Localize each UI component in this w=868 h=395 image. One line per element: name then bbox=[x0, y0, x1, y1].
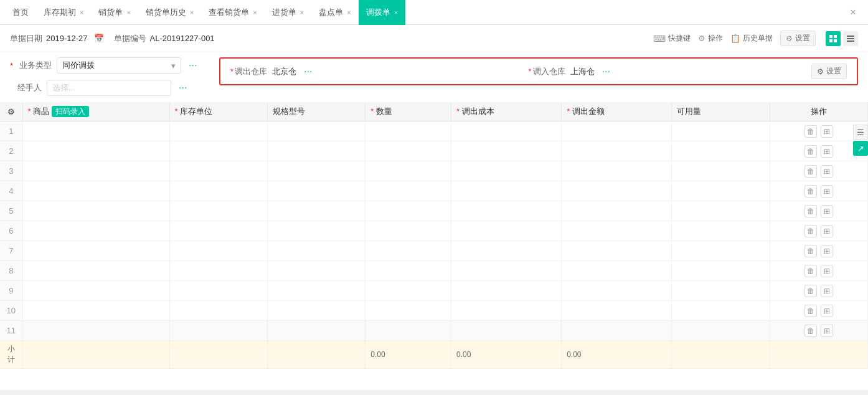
cell-qty[interactable] bbox=[366, 161, 451, 181]
cell-available[interactable] bbox=[672, 301, 770, 321]
cell-qty[interactable] bbox=[366, 201, 451, 221]
cell-amount[interactable] bbox=[562, 241, 672, 261]
tab-close-inventory-init[interactable]: × bbox=[80, 9, 83, 16]
delete-row-button[interactable]: 🗑 bbox=[804, 145, 817, 158]
cell-product[interactable] bbox=[22, 161, 169, 181]
history-button[interactable]: 📋 历史单据 bbox=[730, 33, 773, 44]
settings-button[interactable]: ⚙ 设置 bbox=[780, 31, 816, 46]
delete-row-button[interactable]: 🗑 bbox=[804, 265, 817, 277]
in-warehouse-more-btn[interactable]: ··· bbox=[602, 66, 610, 77]
horizontal-scrollbar[interactable] bbox=[0, 390, 868, 395]
delete-row-button[interactable]: 🗑 bbox=[804, 305, 817, 317]
cell-product[interactable] bbox=[22, 121, 169, 141]
cell-cost[interactable] bbox=[451, 121, 562, 141]
delete-row-button[interactable]: 🗑 bbox=[804, 165, 817, 178]
copy-row-button[interactable]: ⊞ bbox=[821, 225, 833, 237]
cell-product[interactable] bbox=[22, 261, 169, 281]
copy-row-button[interactable]: ⊞ bbox=[821, 265, 833, 277]
copy-row-button[interactable]: ⊞ bbox=[821, 125, 833, 138]
cell-unit[interactable] bbox=[169, 201, 267, 221]
cell-unit[interactable] bbox=[169, 161, 267, 181]
operation-button[interactable]: ⚙ 操作 bbox=[698, 33, 723, 44]
cell-spec[interactable] bbox=[267, 121, 365, 141]
cell-unit[interactable] bbox=[169, 121, 267, 141]
cell-qty[interactable] bbox=[366, 261, 451, 281]
cell-amount[interactable] bbox=[562, 141, 672, 161]
tab-sales-order[interactable]: 销货单 × bbox=[91, 0, 138, 25]
cell-spec[interactable] bbox=[267, 321, 365, 341]
cell-qty[interactable] bbox=[366, 241, 451, 261]
delete-row-button[interactable]: 🗑 bbox=[804, 205, 817, 217]
cell-cost[interactable] bbox=[451, 241, 562, 261]
cell-spec[interactable] bbox=[267, 241, 365, 261]
cell-unit[interactable] bbox=[169, 261, 267, 281]
cell-product[interactable] bbox=[22, 241, 169, 261]
cell-cost[interactable] bbox=[451, 261, 562, 281]
side-list-btn[interactable]: ☰ bbox=[853, 125, 868, 140]
cell-unit[interactable] bbox=[169, 281, 267, 301]
copy-row-button[interactable]: ⊞ bbox=[821, 145, 833, 158]
business-type-more-btn[interactable]: ··· bbox=[189, 60, 197, 71]
copy-row-button[interactable]: ⊞ bbox=[821, 205, 833, 217]
copy-row-button[interactable]: ⊞ bbox=[821, 305, 833, 317]
cell-available[interactable] bbox=[672, 221, 770, 241]
cell-unit[interactable] bbox=[169, 181, 267, 201]
cell-spec[interactable] bbox=[267, 161, 365, 181]
cell-product[interactable] bbox=[22, 321, 169, 341]
cell-available[interactable] bbox=[672, 241, 770, 261]
cell-amount[interactable] bbox=[562, 281, 672, 301]
copy-row-button[interactable]: ⊞ bbox=[821, 325, 833, 337]
side-expand-btn[interactable]: ↗ bbox=[853, 141, 868, 156]
cell-amount[interactable] bbox=[562, 201, 672, 221]
cell-product[interactable] bbox=[22, 221, 169, 241]
cell-product[interactable] bbox=[22, 181, 169, 201]
cell-cost[interactable] bbox=[451, 281, 562, 301]
window-close-button[interactable]: × bbox=[843, 2, 863, 22]
cell-spec[interactable] bbox=[267, 301, 365, 321]
tab-purchase[interactable]: 进货单 × bbox=[265, 0, 311, 25]
tab-view-sales[interactable]: 查看销货单 × bbox=[201, 0, 264, 25]
delete-row-button[interactable]: 🗑 bbox=[804, 125, 817, 138]
cell-qty[interactable] bbox=[366, 321, 451, 341]
layout-btn-2[interactable] bbox=[843, 31, 858, 46]
cell-spec[interactable] bbox=[267, 181, 365, 201]
cell-qty[interactable] bbox=[366, 221, 451, 241]
cell-available[interactable] bbox=[672, 201, 770, 221]
operator-select[interactable]: 选择... bbox=[47, 80, 171, 96]
cell-amount[interactable] bbox=[562, 261, 672, 281]
cell-available[interactable] bbox=[672, 161, 770, 181]
tab-inventory-init[interactable]: 库存期初 × bbox=[36, 0, 91, 25]
cell-cost[interactable] bbox=[451, 301, 562, 321]
cell-product[interactable] bbox=[22, 201, 169, 221]
cell-qty[interactable] bbox=[366, 141, 451, 161]
tab-close-inventory[interactable]: × bbox=[347, 9, 351, 16]
cell-spec[interactable] bbox=[267, 221, 365, 241]
cell-amount[interactable] bbox=[562, 321, 672, 341]
cell-available[interactable] bbox=[672, 321, 770, 341]
tab-home[interactable]: 首页 bbox=[5, 0, 36, 25]
delete-row-button[interactable]: 🗑 bbox=[804, 325, 817, 337]
cell-qty[interactable] bbox=[366, 301, 451, 321]
cell-product[interactable] bbox=[22, 301, 169, 321]
cell-available[interactable] bbox=[672, 181, 770, 201]
cell-cost[interactable] bbox=[451, 181, 562, 201]
cell-unit[interactable] bbox=[169, 241, 267, 261]
delete-row-button[interactable]: 🗑 bbox=[804, 225, 817, 237]
tab-inventory[interactable]: 盘点单 × bbox=[311, 0, 358, 25]
cell-cost[interactable] bbox=[451, 161, 562, 181]
cell-unit[interactable] bbox=[169, 141, 267, 161]
cell-cost[interactable] bbox=[451, 201, 562, 221]
cell-spec[interactable] bbox=[267, 141, 365, 161]
cell-cost[interactable] bbox=[451, 321, 562, 341]
cell-available[interactable] bbox=[672, 261, 770, 281]
copy-row-button[interactable]: ⊞ bbox=[821, 165, 833, 178]
calendar-icon[interactable]: 📅 bbox=[94, 34, 104, 43]
cell-cost[interactable] bbox=[451, 141, 562, 161]
cell-available[interactable] bbox=[672, 281, 770, 301]
copy-row-button[interactable]: ⊞ bbox=[821, 285, 833, 297]
business-type-select[interactable]: 同价调拨 ▾ bbox=[57, 57, 181, 74]
cell-unit[interactable] bbox=[169, 321, 267, 341]
cell-spec[interactable] bbox=[267, 201, 365, 221]
cell-product[interactable] bbox=[22, 281, 169, 301]
tab-transfer[interactable]: 调拨单 × bbox=[359, 0, 405, 25]
